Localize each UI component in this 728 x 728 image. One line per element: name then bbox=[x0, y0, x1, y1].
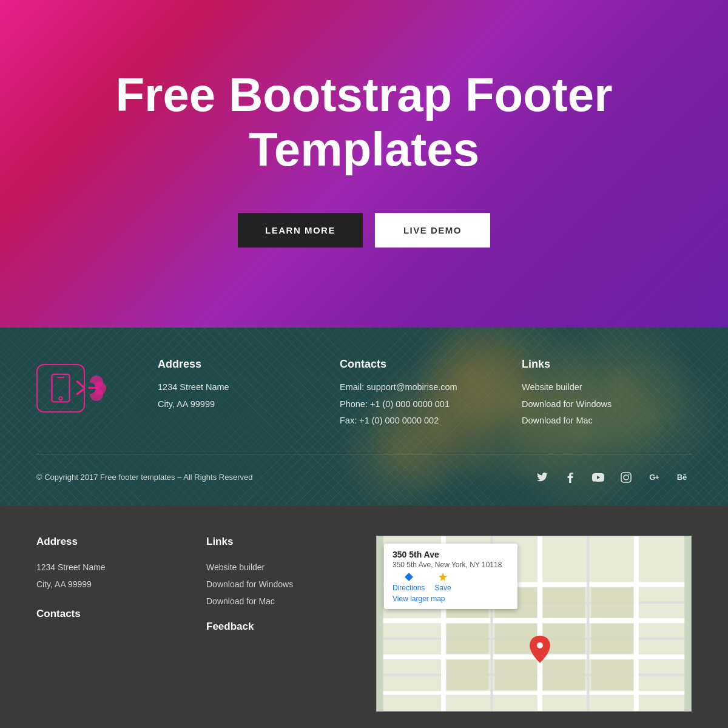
footer1-link3[interactable]: Download for Mac bbox=[522, 413, 692, 430]
footer2-address-heading: Address bbox=[36, 536, 182, 548]
footer2-links-heading: Links bbox=[206, 536, 352, 548]
map-directions-link[interactable]: Directions bbox=[393, 573, 425, 592]
footer1-links-heading: Links bbox=[522, 358, 692, 371]
footer1-copyright: © Copyright 2017 Free footer templates –… bbox=[36, 473, 252, 482]
footer2-link1[interactable]: Website builder bbox=[206, 559, 352, 576]
map-container[interactable]: 350 5th Ave 350 5th Ave, New York, NY 10… bbox=[376, 536, 692, 712]
footer1-phone: Phone: +1 (0) 000 0000 001 bbox=[340, 396, 510, 413]
svg-line-5 bbox=[76, 389, 84, 395]
behance-icon[interactable]: Bē bbox=[672, 468, 692, 487]
footer1: Address 1234 Street Name City, AA 99999 … bbox=[0, 328, 728, 505]
svg-line-3 bbox=[76, 381, 84, 388]
footer2-left-col: Address 1234 Street Name City, AA 99999 … bbox=[36, 536, 182, 712]
footer2-address-line1: 1234 Street Name bbox=[36, 559, 182, 576]
svg-rect-6 bbox=[621, 473, 631, 482]
footer2: Address 1234 Street Name City, AA 99999 … bbox=[0, 505, 728, 728]
facebook-icon[interactable] bbox=[561, 468, 580, 487]
svg-point-35 bbox=[537, 642, 543, 648]
footer1-top: Address 1234 Street Name City, AA 99999 … bbox=[36, 358, 692, 430]
footer2-map-col: 350 5th Ave 350 5th Ave, New York, NY 10… bbox=[376, 536, 692, 712]
map-popup-address: 350 5th Ave, New York, NY 10118 bbox=[393, 561, 509, 569]
svg-rect-26 bbox=[447, 624, 489, 654]
phone-icon bbox=[36, 364, 85, 413]
hero-buttons: LEARN MORE LIVE DEMO bbox=[238, 213, 490, 248]
footer1-link1[interactable]: Website builder bbox=[522, 379, 692, 396]
svg-marker-37 bbox=[439, 573, 447, 581]
svg-rect-29 bbox=[591, 624, 633, 654]
learn-more-button[interactable]: LEARN MORE bbox=[238, 213, 363, 248]
footer2-middle-col: Links Website builder Download for Windo… bbox=[206, 536, 352, 712]
youtube-icon[interactable] bbox=[588, 468, 608, 487]
footer2-feedback-heading: Feedback bbox=[206, 621, 352, 633]
footer1-email: Email: support@mobirise.com bbox=[340, 379, 510, 396]
footer1-link2[interactable]: Download for Windows bbox=[522, 396, 692, 413]
footer1-links-col: Links Website builder Download for Windo… bbox=[522, 358, 692, 430]
instagram-icon[interactable] bbox=[616, 468, 636, 487]
footer1-logo bbox=[36, 358, 146, 430]
hero-title: Free Bootstrap Footer Templates bbox=[91, 68, 637, 177]
svg-rect-33 bbox=[591, 659, 633, 690]
live-demo-button[interactable]: LIVE DEMO bbox=[375, 213, 490, 248]
footer1-fax: Fax: +1 (0) 000 0000 002 bbox=[340, 413, 510, 430]
svg-marker-36 bbox=[405, 573, 413, 581]
footer2-link2[interactable]: Download for Windows bbox=[206, 576, 352, 593]
google-plus-icon[interactable]: G+ bbox=[644, 468, 664, 487]
svg-rect-31 bbox=[494, 659, 537, 690]
footer1-address-line1: 1234 Street Name bbox=[158, 379, 328, 396]
footer2-grid: Address 1234 Street Name City, AA 99999 … bbox=[36, 536, 692, 712]
footer1-contacts-col: Contacts Email: support@mobirise.com Pho… bbox=[340, 358, 510, 430]
sun-rays-svg bbox=[75, 373, 99, 403]
svg-rect-32 bbox=[543, 659, 585, 690]
map-view-larger-link[interactable]: View larger map bbox=[393, 595, 509, 603]
svg-rect-0 bbox=[52, 374, 69, 402]
hero-section: Free Bootstrap Footer Templates LEARN MO… bbox=[0, 0, 728, 328]
footer1-address-heading: Address bbox=[158, 358, 328, 371]
footer2-link3[interactable]: Download for Mac bbox=[206, 593, 352, 610]
map-popup-actions: Directions Save bbox=[393, 573, 509, 592]
map-save-link[interactable]: Save bbox=[434, 573, 451, 592]
map-popup-title: 350 5th Ave bbox=[393, 550, 509, 559]
footer1-social-icons: G+ Bē bbox=[533, 468, 692, 487]
svg-rect-25 bbox=[591, 587, 633, 618]
map-popup: 350 5th Ave 350 5th Ave, New York, NY 10… bbox=[384, 544, 517, 609]
phone-svg bbox=[49, 373, 73, 403]
svg-rect-30 bbox=[447, 659, 489, 690]
svg-point-7 bbox=[624, 475, 629, 480]
footer1-address-line2: City, AA 99999 bbox=[158, 396, 328, 413]
svg-rect-24 bbox=[543, 587, 585, 618]
footer2-address-line2: City, AA 99999 bbox=[36, 576, 182, 593]
footer2-contacts-heading: Contacts bbox=[36, 608, 182, 620]
twitter-icon[interactable] bbox=[533, 468, 552, 487]
footer1-contacts-heading: Contacts bbox=[340, 358, 510, 371]
footer1-address-col: Address 1234 Street Name City, AA 99999 bbox=[158, 358, 328, 430]
footer1-bottom: © Copyright 2017 Free footer templates –… bbox=[36, 454, 692, 487]
svg-point-8 bbox=[629, 474, 630, 475]
svg-point-1 bbox=[59, 397, 62, 400]
